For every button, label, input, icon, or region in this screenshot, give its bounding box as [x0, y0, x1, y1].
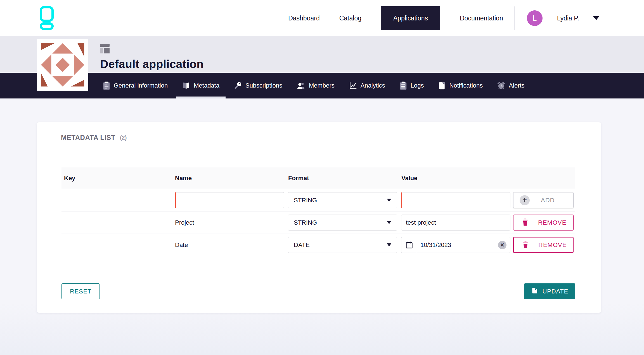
clear-x-icon[interactable]: ✕: [498, 241, 506, 249]
app-header-band: Default application: [0, 36, 644, 73]
members-icon: [297, 82, 305, 89]
open-book-icon: [182, 82, 190, 89]
tab-label: Alerts: [509, 82, 524, 89]
trash-icon: [522, 241, 529, 249]
column-header-name: Name: [172, 175, 286, 182]
selected-format: STRING: [294, 219, 317, 226]
clipboard-icon: [103, 81, 110, 90]
tab-alerts[interactable]: Alerts: [491, 73, 531, 98]
application-layout-icon: [100, 44, 204, 55]
add-button-label: ADD: [541, 197, 555, 204]
form-actions: RESET UPDATE: [61, 283, 575, 299]
key-icon: [234, 82, 242, 90]
tab-label: Notifications: [449, 82, 483, 89]
add-button[interactable]: + ADD: [513, 192, 574, 208]
metadata-card-header: METADATA LIST (2): [37, 122, 601, 153]
chevron-down-icon: [387, 221, 391, 224]
application-identicon: [37, 39, 88, 91]
tab-label: Subscriptions: [245, 82, 282, 89]
metadata-row-new: STRING + ADD: [61, 189, 575, 211]
section-title: METADATA LIST: [61, 134, 115, 142]
trash-icon: [522, 218, 529, 227]
user-menu[interactable]: L Lydia P.: [515, 10, 599, 26]
metadata-table: Key Name Format Value STRING: [61, 167, 575, 256]
tab-subscriptions[interactable]: Subscriptions: [228, 73, 288, 98]
calendar-icon[interactable]: [401, 237, 417, 253]
application-picture: [37, 39, 88, 91]
caret-down-icon[interactable]: [593, 16, 599, 20]
gravitee-logo-icon[interactable]: [39, 6, 54, 30]
chevron-down-icon: [387, 199, 391, 202]
remove-button-label: REMOVE: [538, 241, 567, 249]
tab-label: Analytics: [361, 82, 385, 89]
update-button[interactable]: UPDATE: [524, 283, 575, 299]
reset-button[interactable]: RESET: [61, 283, 100, 299]
line-chart-icon: [349, 82, 357, 90]
selected-format: STRING: [294, 197, 317, 204]
nav-item-applications[interactable]: Applications: [381, 6, 440, 30]
top-nav-bar: Dashboard Catalog Applications Documenta…: [0, 0, 644, 36]
nav-item-catalog[interactable]: Catalog: [339, 15, 361, 22]
tab-logs[interactable]: Logs: [394, 73, 430, 98]
remove-button[interactable]: REMOVE: [513, 215, 574, 231]
card-divider: [37, 270, 601, 270]
metadata-row-date: Date DATE: [61, 234, 575, 256]
update-button-label: UPDATE: [543, 288, 568, 295]
logs-clipboard-icon: [400, 81, 407, 90]
app-tab-bar: General information Metadata Subscriptio…: [0, 73, 644, 98]
main-content: METADATA LIST (2) Key Name Format Value: [0, 98, 644, 355]
primary-nav: Dashboard Catalog Applications Documenta…: [288, 6, 503, 30]
column-header-value: Value: [399, 175, 512, 182]
column-header-format: Format: [286, 175, 399, 182]
value-input[interactable]: [401, 215, 510, 231]
remove-button[interactable]: REMOVE: [513, 237, 574, 253]
plus-icon: +: [520, 195, 530, 205]
nav-item-documentation[interactable]: Documentation: [460, 15, 503, 22]
tab-general-information[interactable]: General information: [97, 73, 174, 98]
metadata-card: METADATA LIST (2) Key Name Format Value: [37, 122, 601, 313]
tab-label: Members: [309, 82, 335, 89]
save-icon: [531, 287, 538, 296]
tab-label: Logs: [411, 82, 424, 89]
user-name: Lydia P.: [557, 15, 579, 22]
tab-analytics[interactable]: Analytics: [343, 73, 391, 98]
notifications-page-icon: [438, 82, 446, 90]
new-name-input[interactable]: [175, 192, 284, 208]
new-value-input[interactable]: [401, 192, 510, 208]
tab-label: Metadata: [194, 82, 219, 89]
tab-members[interactable]: Members: [291, 73, 341, 98]
title-block: Default application: [100, 44, 204, 71]
format-select[interactable]: DATE: [288, 237, 397, 253]
nav-item-dashboard[interactable]: Dashboard: [288, 15, 320, 22]
tab-label: General information: [114, 82, 168, 89]
name-cell: Project: [172, 219, 286, 226]
chevron-down-icon: [387, 243, 391, 246]
tab-notifications[interactable]: Notifications: [432, 73, 489, 98]
new-format-select[interactable]: STRING: [288, 192, 397, 208]
metadata-row-project: Project STRING: [61, 211, 575, 234]
metadata-count-badge: (2): [120, 135, 127, 141]
column-header-key: Key: [61, 175, 172, 182]
table-header-row: Key Name Format Value: [61, 167, 575, 189]
page-title: Default application: [100, 58, 204, 71]
date-input-group: ✕: [401, 237, 510, 253]
avatar[interactable]: L: [527, 10, 543, 26]
tab-metadata[interactable]: Metadata: [176, 73, 226, 98]
remove-button-label: REMOVE: [538, 219, 566, 226]
format-select[interactable]: STRING: [288, 215, 397, 231]
alarm-clock-icon: [497, 82, 505, 90]
date-value-input[interactable]: [417, 241, 498, 249]
selected-format: DATE: [294, 241, 310, 249]
name-cell: Date: [172, 241, 286, 249]
